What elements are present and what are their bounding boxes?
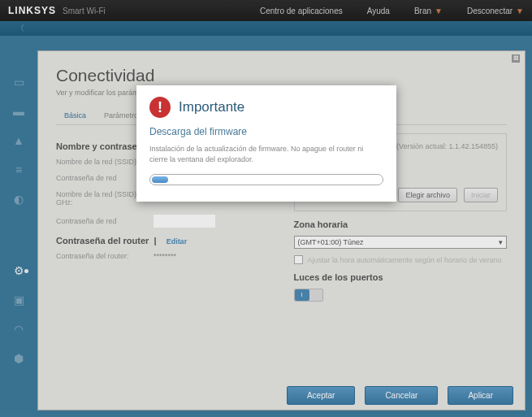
modal-title: Importante — [179, 99, 244, 115]
warning-icon: ! — [149, 97, 171, 118]
modal-subtitle: Descarga del firmware — [149, 126, 383, 137]
modal-text: Instalación de la actualización de firmw… — [149, 144, 383, 164]
modal-overlay — [0, 0, 532, 417]
firmware-modal: ! Importante Descarga del firmware Insta… — [136, 85, 396, 202]
progress-fill — [152, 176, 168, 183]
progress-bar — [149, 174, 383, 185]
